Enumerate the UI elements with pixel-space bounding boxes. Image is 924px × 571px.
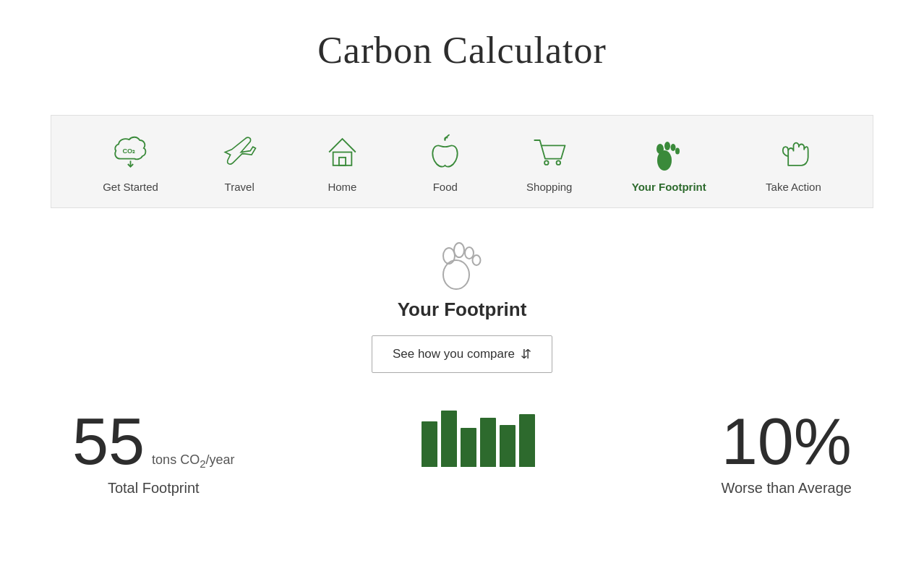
- svg-point-11: [443, 260, 469, 289]
- bar-0: [422, 421, 437, 467]
- svg-point-12: [443, 248, 455, 264]
- stats-row: 55 tons CO2/year Total Footprint 10% Wor…: [0, 373, 924, 518]
- navigation-bar: CO₂ Get Started Travel Home: [51, 115, 873, 208]
- svg-point-5: [557, 160, 561, 165]
- nav-item-home[interactable]: Home: [320, 130, 364, 193]
- bar-1: [441, 411, 457, 467]
- footprint-unit: tons CO2/year: [152, 452, 234, 470]
- nav-item-food[interactable]: Food: [424, 130, 467, 193]
- sort-icon: ⇵: [521, 346, 531, 362]
- svg-rect-2: [333, 152, 352, 165]
- bar-4: [500, 425, 516, 468]
- nav-item-your-footprint[interactable]: Your Footprint: [632, 130, 706, 193]
- svg-point-14: [465, 247, 474, 259]
- hand-icon: [771, 130, 815, 173]
- nav-item-take-action[interactable]: Take Action: [766, 130, 821, 193]
- footprint-number: 55: [72, 409, 145, 474]
- bar-3: [480, 418, 496, 467]
- content-area: Your Footprint See how you compare ⇵ 55 …: [0, 208, 924, 518]
- cart-icon: [528, 130, 571, 173]
- svg-point-13: [454, 243, 464, 257]
- page-title: Carbon Calculator: [0, 0, 924, 115]
- nav-item-get-started[interactable]: CO₂ Get Started: [103, 130, 158, 193]
- nav-label-take-action: Take Action: [766, 181, 821, 193]
- footprint-outline-icon: [433, 230, 491, 291]
- nav-label-home: Home: [328, 181, 356, 193]
- compare-button[interactable]: See how you compare ⇵: [372, 335, 552, 373]
- co2-cloud-icon: CO₂: [109, 130, 153, 173]
- nav-item-travel[interactable]: Travel: [218, 130, 261, 193]
- bar-chart: [422, 409, 535, 467]
- nav-label-your-footprint: Your Footprint: [632, 181, 706, 193]
- plane-icon: [218, 130, 261, 173]
- total-footprint-stat: 55 tons CO2/year Total Footprint: [72, 409, 235, 497]
- worse-than-average-label: Worse than Average: [721, 480, 852, 497]
- nav-label-food: Food: [433, 181, 458, 193]
- nav-label-get-started: Get Started: [103, 181, 158, 193]
- bar-5: [519, 414, 535, 467]
- section-title: Your Footprint: [398, 299, 527, 321]
- bar-2: [461, 428, 476, 467]
- percent-number: 10%: [722, 409, 852, 474]
- house-icon: [320, 130, 364, 173]
- svg-point-15: [473, 255, 481, 265]
- nav-label-shopping: Shopping: [526, 181, 572, 193]
- nav-label-travel: Travel: [225, 181, 254, 193]
- svg-point-9: [671, 144, 676, 151]
- svg-rect-3: [339, 157, 346, 165]
- svg-point-10: [675, 148, 680, 155]
- nav-item-shopping[interactable]: Shopping: [526, 130, 572, 193]
- footprint-filled-icon: [647, 130, 690, 173]
- footprint-number-row: 55 tons CO2/year: [72, 409, 235, 474]
- svg-point-8: [664, 142, 670, 150]
- apple-icon: [424, 130, 467, 173]
- svg-point-4: [544, 160, 549, 165]
- total-footprint-label: Total Footprint: [108, 480, 200, 497]
- percent-stat: 10% Worse than Average: [721, 409, 852, 497]
- svg-point-7: [656, 144, 664, 154]
- svg-text:CO₂: CO₂: [123, 147, 136, 155]
- compare-button-label: See how you compare: [393, 347, 515, 361]
